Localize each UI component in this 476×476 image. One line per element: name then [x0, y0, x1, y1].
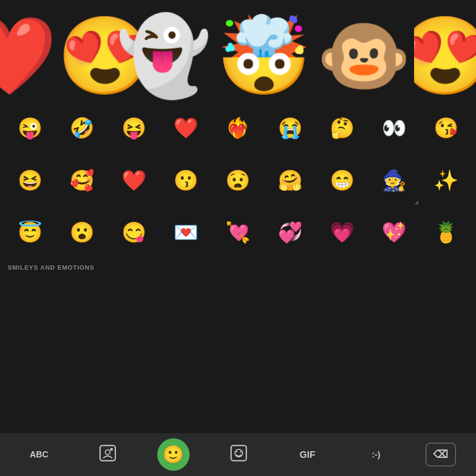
emoji-heart2[interactable]: ❤️: [108, 154, 160, 206]
emoticon-label: :-): [372, 450, 380, 460]
emoji-heart-arrow[interactable]: 💘: [212, 206, 264, 258]
keyboard-abc-button[interactable]: ABC: [20, 441, 58, 468]
keyboard-bar: ABC 🙂 GIF :-): [0, 433, 476, 476]
keyboard-sticker2-button[interactable]: [220, 441, 258, 468]
emoji-beaming[interactable]: 😁: [316, 154, 368, 206]
emoji-yum[interactable]: 😋: [108, 206, 160, 258]
featured-row: ❤️‍😍 👻 🤯 🐵 😍: [0, 0, 476, 112]
keyboard-emoji-button[interactable]: 🙂: [157, 438, 190, 471]
svg-rect-4: [231, 446, 246, 461]
emoji-hugging[interactable]: 🤗: [264, 154, 316, 206]
feat-last[interactable]: 😍: [414, 0, 476, 112]
section-smileys-label: SMILEYS AND EMOTIONS: [0, 260, 476, 273]
keyboard-emoticon-button[interactable]: :-): [357, 441, 395, 468]
svg-point-7: [240, 451, 242, 452]
sticker2-icon: [230, 445, 247, 465]
emoji-sparkling-heart[interactable]: 💖: [368, 206, 420, 258]
svg-point-6: [236, 451, 238, 452]
emoji-anguished[interactable]: 😧: [212, 154, 264, 206]
feat-heart-face[interactable]: ❤️‍😍: [0, 0, 114, 112]
gif-label: GIF: [300, 449, 315, 460]
emoji-grin[interactable]: 😆: [4, 154, 56, 206]
emoji-innocent[interactable]: 😇: [4, 206, 56, 258]
emoji-revolving-hearts[interactable]: 💞: [264, 206, 316, 258]
emoji-pineapple[interactable]: 🍍: [420, 206, 472, 258]
emoji-sparkles[interactable]: ✨: [420, 154, 472, 206]
feat-exploding[interactable]: 🤯: [214, 0, 314, 112]
abc-label: ABC: [30, 450, 48, 460]
svg-rect-0: [100, 446, 115, 461]
sticker-icon: [99, 445, 116, 465]
emoji-keyboard-icon: 🙂: [162, 445, 184, 465]
emoji-mage[interactable]: 🧙: [368, 154, 420, 206]
emoji-pink-heart[interactable]: 💗: [316, 206, 368, 258]
feat-monkey[interactable]: 🐵: [314, 0, 414, 112]
keyboard-gif-button[interactable]: GIF: [288, 441, 326, 468]
svg-point-1: [105, 450, 110, 455]
feat-ghost[interactable]: 👻: [114, 0, 214, 112]
emoji-love-letter[interactable]: 💌: [160, 206, 212, 258]
keyboard-sticker-button[interactable]: [89, 441, 127, 468]
backspace-icon: ⌫: [433, 448, 448, 461]
keyboard-backspace-button[interactable]: ⌫: [425, 443, 456, 466]
emoji-relieved[interactable]: 😗: [160, 154, 212, 206]
emoji-hushed[interactable]: 😮: [56, 206, 108, 258]
emoji-smiling-hearts[interactable]: 🥰: [56, 154, 108, 206]
